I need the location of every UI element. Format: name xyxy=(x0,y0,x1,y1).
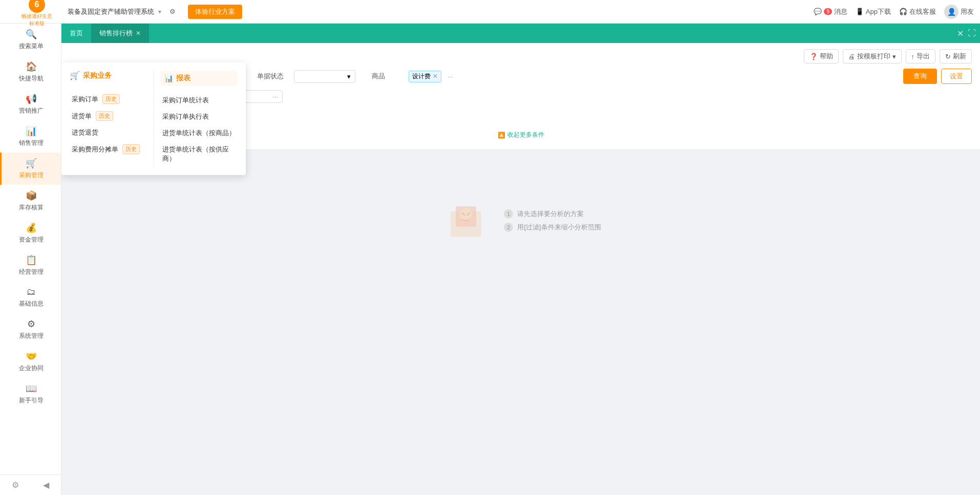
system-dropdown-arrow[interactable]: ▾ xyxy=(158,8,161,15)
system-title-area: 装备及固定资产辅助管理系统 ▾ ⚙ 体验行业方案 xyxy=(68,5,814,19)
goods-control: 设计费 ✕ xyxy=(409,71,441,82)
system-title: 装备及固定资产辅助管理系统 xyxy=(68,7,154,16)
purchase-biz-col: 🛒 采购业务 采购订单 历史 进货单 历史 进货退货 xyxy=(70,71,147,167)
sidebar-item-finance[interactable]: 💰 资金管理 xyxy=(0,217,61,249)
dropdown-item-po-stat[interactable]: 采购订单统计表 xyxy=(160,92,238,109)
system-icon: ⚙ xyxy=(27,318,35,330)
tab-close-btn[interactable]: ✕ xyxy=(136,30,141,37)
print-dropdown-icon: ▾ xyxy=(892,53,896,60)
help-btn[interactable]: ❓ 帮助 xyxy=(804,49,839,63)
sidebar-footer: ⚙ ◀ xyxy=(0,475,61,495)
sidebar-item-operation[interactable]: 📋 经营管理 xyxy=(0,249,61,282)
enterprise-icon: 🤝 xyxy=(26,351,37,362)
purchase-biz-title: 🛒 采购业务 xyxy=(70,71,147,84)
svg-point-2 xyxy=(460,208,472,220)
tab-fullscreen-btn[interactable]: ⛶ xyxy=(968,29,976,38)
sidebar-item-sales[interactable]: 📊 销售管理 xyxy=(0,120,61,153)
report-icon: 📊 xyxy=(164,74,173,82)
purchase-dropdown-menu: 🛒 采购业务 采购订单 历史 进货单 历史 进货退货 xyxy=(61,62,246,175)
tab-bar-actions: ✕ ⛶ xyxy=(957,29,980,38)
message-icon: 💬 xyxy=(814,8,822,15)
logo-icon: 6 xyxy=(29,0,45,13)
basic-icon: 🗂 xyxy=(27,287,36,297)
top-header: 6 畅捷通好生意 标准版 装备及固定资产辅助管理系统 ▾ ⚙ 体验行业方案 💬 … xyxy=(0,0,980,24)
headset-icon: 🎧 xyxy=(899,8,907,15)
main-layout: 🔍 搜索菜单 🏠 快捷导航 📢 营销推广 📊 销售管理 🛒 采购管理 📦 库存核… xyxy=(0,24,980,495)
dropdown-item-return[interactable]: 进货退货 xyxy=(70,124,147,141)
refresh-btn[interactable]: ↻ 刷新 xyxy=(940,49,972,63)
dropdown-item-purchase-cost[interactable]: 采购费用分摊单 历史 xyxy=(70,141,147,158)
sidebar-item-system[interactable]: ⚙ 系统管理 xyxy=(0,313,61,346)
tip-num-1: 1 xyxy=(504,209,513,219)
sidebar-item-purchase[interactable]: 🛒 采购管理 xyxy=(0,153,61,185)
dropdown-item-purchase-order[interactable]: 采购订单 历史 xyxy=(70,91,147,107)
empty-tip-1: 1 请先选择要分析的方案 xyxy=(504,209,601,219)
history-tag-0: 历史 xyxy=(102,94,120,104)
home-icon: 🏠 xyxy=(26,61,37,72)
page-content: 🛒 采购业务 采购订单 历史 进货单 历史 进货退货 xyxy=(61,43,980,495)
content-area: 首页 销售排行榜 ✕ ✕ ⛶ 🛒 采购业务 xyxy=(61,24,980,495)
avatar: 👤 xyxy=(944,5,958,19)
inventory-icon: 📦 xyxy=(26,190,37,201)
guide-icon: 📖 xyxy=(26,383,37,394)
operation-icon: 📋 xyxy=(26,254,37,266)
doc-status-label: 单据状态 xyxy=(257,72,288,81)
more-dots-goods: ··· xyxy=(448,73,453,80)
logo-area: 6 畅捷通好生意 标准版 xyxy=(6,0,68,27)
print-icon: 🖨 xyxy=(848,53,855,60)
sidebar-item-inventory[interactable]: 📦 库存核算 xyxy=(0,185,61,217)
help-icon: ❓ xyxy=(809,53,818,60)
message-badge: 9 xyxy=(824,8,832,15)
empty-tips: 1 请先选择要分析的方案 2 用[过滤]条件来缩小分析范围 xyxy=(504,209,601,232)
empty-content: 1 请先选择要分析的方案 2 用[过滤]条件来缩小分析范围 xyxy=(440,191,601,250)
refresh-icon: ↻ xyxy=(945,53,951,60)
export-btn[interactable]: ↑ 导出 xyxy=(906,49,936,63)
tab-close-all-btn[interactable]: ✕ xyxy=(957,29,964,38)
purchase-icon: 🛒 xyxy=(26,158,37,169)
dropdown-item-arrival-by-goods[interactable]: 进货单统计表（按商品） xyxy=(160,125,238,141)
sidebar-item-basic[interactable]: 🗂 基础信息 xyxy=(0,282,61,313)
export-icon: ↑ xyxy=(911,53,915,60)
tip-num-2: 2 xyxy=(504,223,513,232)
system-settings-btn[interactable]: ⚙ xyxy=(165,5,180,19)
logo-subtitle: 畅捷通好生意 标准版 xyxy=(22,13,52,27)
sidebar-item-quick-nav[interactable]: 🏠 快捷导航 xyxy=(0,56,61,88)
dropdown-item-arrival-by-supplier[interactable]: 进货单统计表（按供应商） xyxy=(160,141,238,167)
history-tag-1: 历史 xyxy=(96,111,113,121)
sidebar-collapse-btn[interactable]: ◀ xyxy=(43,480,49,490)
sidebar-item-enterprise[interactable]: 🤝 企业协同 xyxy=(0,346,61,378)
industry-btn[interactable]: 体验行业方案 xyxy=(188,5,242,19)
app-download-action[interactable]: 📱 App下载 xyxy=(856,7,891,16)
salesperson-dots: ··· xyxy=(272,93,278,100)
sales-icon: 📊 xyxy=(26,125,37,137)
message-action[interactable]: 💬 9 消息 xyxy=(814,7,847,16)
goods-tag-close[interactable]: ✕ xyxy=(433,73,438,80)
report-col: 📊 报表 采购订单统计表 采购订单执行表 进货单统计表（按商品） 进货单统计表（… xyxy=(160,71,238,167)
user-action[interactable]: 👤 用友 xyxy=(944,5,974,19)
setting-btn[interactable]: 设置 xyxy=(941,69,972,84)
tab-sales-rank[interactable]: 销售排行榜 ✕ xyxy=(91,24,149,43)
tab-bar: 首页 销售排行榜 ✕ ✕ ⛶ xyxy=(61,24,980,43)
purchase-biz-icon: 🛒 xyxy=(70,71,80,80)
dropdown-item-po-exec[interactable]: 采购订单执行表 xyxy=(160,109,238,125)
dropdown-item-arrival[interactable]: 进货单 历史 xyxy=(70,107,147,124)
filter-actions: 查询 设置 xyxy=(903,69,972,84)
empty-tip-2: 2 用[过滤]条件来缩小分析范围 xyxy=(504,223,601,232)
sidebar-item-search[interactable]: 🔍 搜索菜单 xyxy=(0,24,61,56)
sidebar-item-marketing[interactable]: 📢 营销推广 xyxy=(0,88,61,120)
report-title: 📊 报表 xyxy=(160,71,238,86)
online-service-action[interactable]: 🎧 在线客服 xyxy=(899,7,936,16)
doc-status-arrow: ▾ xyxy=(347,73,351,80)
query-btn[interactable]: 查询 xyxy=(903,69,937,84)
col-divider xyxy=(154,71,154,167)
doc-status-control[interactable]: ▾ xyxy=(294,70,355,83)
sidebar-item-guide[interactable]: 📖 新手引导 xyxy=(0,378,61,410)
header-right: 💬 9 消息 📱 App下载 🎧 在线客服 👤 用友 xyxy=(814,5,974,19)
sidebar-settings-btn[interactable]: ⚙ xyxy=(12,480,19,490)
toolbar-row: ❓ 帮助 🖨 按模板打印 ▾ ↑ 导出 ↻ xyxy=(70,49,972,63)
goods-tag[interactable]: 设计费 ✕ xyxy=(409,71,441,82)
print-template-btn[interactable]: 🖨 按模板打印 ▾ xyxy=(843,49,902,63)
goods-label: 商品 xyxy=(372,72,402,81)
sidebar: 🔍 搜索菜单 🏠 快捷导航 📢 营销推广 📊 销售管理 🛒 采购管理 📦 库存核… xyxy=(0,24,61,495)
collapse-icon: 🔼 xyxy=(498,132,505,139)
